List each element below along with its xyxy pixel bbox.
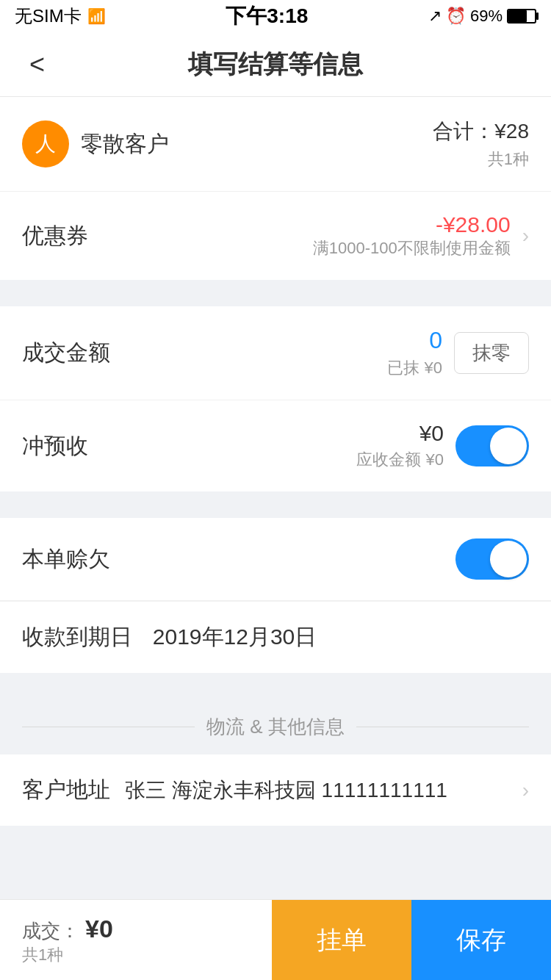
logistics-label: 物流 & 其他信息 xyxy=(206,714,345,740)
logistics-header: 物流 & 其他信息 xyxy=(0,699,551,754)
deal-amount-value[interactable]: 0 xyxy=(387,327,442,354)
coupon-label: 优惠券 xyxy=(22,221,88,251)
address-chevron-icon: › xyxy=(522,779,529,802)
total-amount: 合计：¥28 xyxy=(433,118,529,145)
coupon-desc: 满1000-100不限制使用金额 xyxy=(313,237,511,259)
bottom-bar: 成交： ¥0 共1种 挂单 保存 xyxy=(0,899,551,980)
credit-toggle-thumb xyxy=(490,541,527,577)
deal-amount-sub: 已抹 ¥0 xyxy=(387,357,442,379)
precharge-amount: ¥0 xyxy=(356,421,444,446)
customer-section: 人 零散客户 合计：¥28 共1种 优惠券 -¥28.00 满1000-100不… xyxy=(0,97,551,280)
chevron-right-icon: › xyxy=(522,224,529,248)
due-date-row: 收款到期日 2019年12月30日 xyxy=(0,601,551,673)
bottom-deal-label: 成交： xyxy=(22,918,79,944)
credit-row: 本单赊欠 xyxy=(0,518,551,601)
precharge-right: ¥0 应收金额 ¥0 xyxy=(356,421,529,471)
precharge-amounts: ¥0 应收金额 ¥0 xyxy=(356,421,444,471)
credit-section: 本单赊欠 收款到期日 2019年12月30日 xyxy=(0,518,551,673)
battery-icon xyxy=(507,9,536,24)
deal-amount-right: 0 已抹 ¥0 抹零 xyxy=(387,327,529,379)
logistics-line-left xyxy=(22,727,195,727)
address-value: 张三 海淀永丰科技园 11111111111 xyxy=(125,777,502,804)
deal-amount-row: 成交金额 0 已抹 ¥0 抹零 xyxy=(0,306,551,400)
status-bar: 无SIM卡 📶 下午3:18 ↗ ⏰ 69% xyxy=(0,0,551,32)
customer-row: 人 零散客户 合计：¥28 共1种 xyxy=(0,97,551,191)
status-right: ↗ ⏰ 69% xyxy=(428,7,536,26)
deal-amount-section: 成交金额 0 已抹 ¥0 抹零 冲预收 ¥0 应收金额 ¥0 xyxy=(0,306,551,491)
location-icon: ↗ xyxy=(428,7,442,26)
due-date-label: 收款到期日 xyxy=(22,624,132,649)
status-left: 无SIM卡 📶 xyxy=(15,4,106,28)
precharge-receivable: 应收金额 ¥0 xyxy=(356,449,444,471)
carrier-text: 无SIM卡 xyxy=(15,4,82,28)
bottom-count: 共1种 xyxy=(22,944,250,966)
coupon-discount: -¥28.00 xyxy=(313,212,511,237)
customer-name: 零散客户 xyxy=(81,129,169,159)
customer-info: 人 零散客户 xyxy=(22,120,169,167)
round-off-button[interactable]: 抹零 xyxy=(454,332,529,374)
coupon-info: -¥28.00 满1000-100不限制使用金额 xyxy=(313,212,511,259)
section-divider-3 xyxy=(0,686,551,699)
status-time: 下午3:18 xyxy=(226,2,308,30)
precharge-row: 冲预收 ¥0 应收金额 ¥0 xyxy=(0,400,551,491)
avatar: 人 xyxy=(22,120,69,167)
wifi-icon: 📶 xyxy=(87,7,106,25)
section-divider-1 xyxy=(0,293,551,306)
bottom-summary: 成交： ¥0 共1种 xyxy=(0,900,272,980)
battery-percent: 69% xyxy=(470,7,503,26)
credit-toggle[interactable] xyxy=(455,538,529,580)
logistics-line-right xyxy=(356,727,529,727)
address-section: 客户地址 张三 海淀永丰科技园 11111111111 › xyxy=(0,754,551,826)
page-title: 填写结算等信息 xyxy=(188,48,363,82)
toggle-thumb xyxy=(490,428,527,464)
alarm-icon: ⏰ xyxy=(446,7,466,26)
nav-bar: < 填写结算等信息 xyxy=(0,32,551,97)
due-date-value: 2019年12月30日 xyxy=(153,624,317,649)
precharge-label: 冲预收 xyxy=(22,431,88,461)
bottom-deal-amount: ¥0 xyxy=(85,915,113,943)
deal-amount-label: 成交金额 xyxy=(22,338,110,368)
section-divider-2 xyxy=(0,505,551,518)
save-button[interactable]: 保存 xyxy=(411,900,551,980)
credit-label: 本单赊欠 xyxy=(22,544,110,574)
suspend-button[interactable]: 挂单 xyxy=(272,900,411,980)
address-row[interactable]: 客户地址 张三 海淀永丰科技园 11111111111 › xyxy=(0,754,551,826)
back-button[interactable]: < xyxy=(22,42,52,87)
precharge-toggle[interactable] xyxy=(455,425,529,466)
coupon-row[interactable]: 优惠券 -¥28.00 满1000-100不限制使用金额 › xyxy=(0,191,551,280)
address-label: 客户地址 xyxy=(22,775,110,805)
customer-total: 合计：¥28 共1种 xyxy=(433,118,529,170)
total-count: 共1种 xyxy=(433,148,529,170)
